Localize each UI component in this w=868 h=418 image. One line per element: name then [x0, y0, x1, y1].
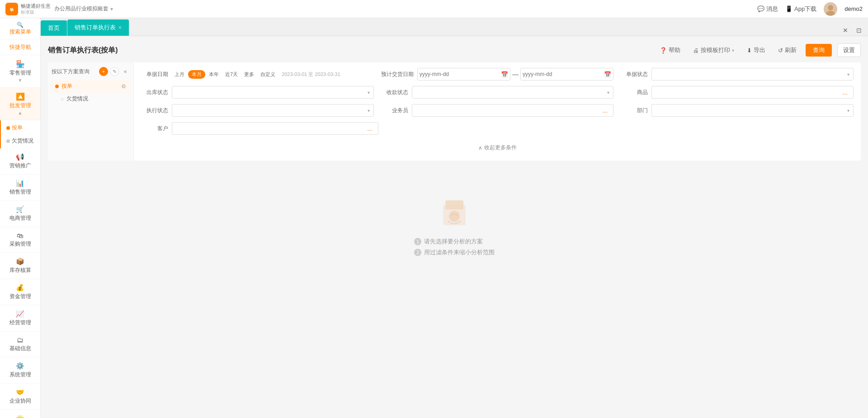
date-tab-last-month[interactable]: 上月	[172, 70, 187, 79]
filter-exec-status: 执行状态 ▾	[141, 104, 374, 117]
expected-date-to-input[interactable]	[523, 71, 604, 77]
salesperson-input-group: ...	[412, 104, 614, 117]
sidebar-item-ecommerce[interactable]: 🛒 电商管理	[0, 201, 40, 227]
page-title: 销售订单执行表(按单)	[48, 46, 118, 55]
goods-label: 商品	[621, 89, 648, 96]
export-button[interactable]: ⬇ 导出	[743, 44, 769, 56]
breadcrumb-arrow-icon[interactable]: ▾	[110, 6, 113, 12]
query-button[interactable]: 查询	[806, 44, 832, 57]
salesperson-input[interactable]: ...	[412, 104, 614, 117]
collapse-more-button[interactable]: ∧ 收起更多条件	[141, 140, 854, 155]
expected-date-from-wrapper: 📅	[417, 68, 510, 81]
inventory-icon: 📦	[16, 257, 24, 266]
filter-doc-date: 单据日期 上月 本月 本年 近7天 更多 自定义	[141, 70, 374, 79]
customer-more-dots[interactable]: ...	[365, 125, 374, 132]
date-tab-more[interactable]: 更多	[241, 70, 257, 79]
exec-status-chevron-icon: ▾	[368, 108, 370, 113]
customer-input[interactable]: ...	[172, 122, 378, 135]
calendar-to-icon[interactable]: 📅	[604, 71, 611, 78]
add-scheme-button[interactable]: +	[99, 67, 108, 76]
sidebar-sub-item-debt[interactable]: 欠货情况	[1, 134, 40, 147]
doc-status-label: 单据状态	[621, 71, 648, 78]
scheme-sub-item-debt[interactable]: ○ 欠货情况	[52, 93, 130, 105]
salesperson-more-dots[interactable]: ...	[601, 107, 610, 114]
sidebar-search[interactable]: 🔍 搜索菜单	[0, 18, 40, 40]
sidebar-item-marketing[interactable]: 📢 营销推广	[0, 148, 40, 175]
payment-status-select[interactable]: ▾	[412, 86, 614, 99]
date-tab-this-year[interactable]: 本年	[206, 70, 222, 79]
tab-home[interactable]: 首页	[41, 20, 67, 36]
collapse-scheme-button[interactable]: «	[121, 67, 130, 76]
date-tab-last7[interactable]: 近7天	[222, 70, 241, 79]
print-icon: 🖨	[693, 47, 699, 54]
sidebar-item-basic[interactable]: 🗂 基础信息	[0, 332, 40, 357]
sidebar-item-retail[interactable]: 🏪 零售管理 ▼	[0, 55, 40, 88]
doc-status-input-group: ▾	[651, 68, 854, 81]
goods-more-dots[interactable]: ...	[840, 89, 849, 96]
sidebar-item-inventory[interactable]: 📦 库存核算	[0, 253, 40, 279]
sidebar-item-operations[interactable]: 📈 经营管理	[0, 305, 40, 332]
department-select[interactable]: ▾	[651, 104, 854, 117]
tab-close-button[interactable]: ✕	[840, 25, 851, 36]
help-button[interactable]: ❓ 帮助	[656, 44, 684, 56]
sidebar-item-system[interactable]: ⚙️ 系统管理	[0, 357, 40, 384]
logo-icon: 畅	[5, 3, 18, 15]
refresh-button[interactable]: ↺ 刷新	[774, 44, 800, 56]
exec-status-select[interactable]: ▾	[172, 104, 374, 117]
tab-restore-button[interactable]: ⊡	[854, 25, 864, 36]
filter-goods: 商品 ...	[621, 86, 854, 99]
settings-button[interactable]: 设置	[837, 43, 861, 57]
sidebar-item-purchase[interactable]: 🛍 采购管理	[0, 227, 40, 253]
delivery-status-chevron-icon: ▾	[368, 90, 370, 95]
filter-expected-date: 预计交货日期 📅 — 📅	[381, 68, 614, 81]
svg-text:畅: 畅	[10, 8, 14, 12]
sidebar-sub-item-order[interactable]: 按单	[1, 121, 40, 134]
goods-input[interactable]: ...	[651, 86, 854, 99]
doc-status-select[interactable]: ▾	[651, 68, 854, 81]
sidebar-item-finance[interactable]: 💰 资金管理	[0, 279, 40, 305]
system-icon: ⚙️	[16, 362, 24, 370]
date-tabs: 上月 本月 本年 近7天 更多 自定义	[172, 70, 278, 79]
filter-doc-status: 单据状态 ▾	[621, 68, 854, 81]
expected-date-from-input[interactable]	[420, 71, 501, 77]
filter-scheme-header: 按以下方案查询 + ✎ «	[52, 67, 130, 76]
logo-area: 畅 畅捷通好生意 标准版	[5, 3, 51, 15]
sidebar-item-newbie[interactable]: 🌟 新手引导	[0, 410, 40, 418]
ecommerce-icon: 🛒	[16, 205, 24, 214]
sidebar-item-wholesale[interactable]: 🔼 批发管理 ▲	[0, 88, 40, 120]
template-print-button[interactable]: 🖨 按模板打印 ▾	[689, 44, 738, 56]
delivery-status-select[interactable]: ▾	[172, 86, 374, 99]
sidebar-item-enterprise[interactable]: 🤝 企业协同	[0, 384, 40, 410]
sidebar-item-sales[interactable]: 📊 销售管理	[0, 175, 40, 201]
tab-sales-exec[interactable]: 销售订单执行表 ×	[67, 19, 129, 36]
download-icon: 📱	[785, 5, 793, 12]
date-tab-this-month[interactable]: 本月	[188, 70, 205, 79]
tab-close-icon[interactable]: ×	[118, 24, 122, 31]
app-download-button[interactable]: 📱 App下载	[785, 5, 816, 13]
filter-panel: 按以下方案查询 + ✎ « 按单 ⚙	[48, 62, 861, 161]
doc-date-label: 单据日期	[141, 71, 168, 78]
filter-delivery-status: 出库状态 ▾	[141, 86, 374, 99]
basic-icon: 🗂	[17, 336, 24, 344]
expected-date-input-group: 📅 — 📅	[417, 68, 614, 81]
scheme-actions: + ✎ «	[99, 67, 130, 76]
date-tab-custom[interactable]: 自定义	[258, 70, 278, 79]
scheme-header-label: 按以下方案查询	[52, 68, 90, 76]
retail-arrow-icon: ▼	[18, 78, 23, 83]
operations-icon: 📈	[16, 310, 24, 318]
payment-status-chevron-icon: ▾	[607, 90, 609, 95]
scheme-gear-icon: ⚙	[121, 83, 126, 90]
top-bar-right: 💬 消息 📱 App下载 demo2	[757, 2, 863, 16]
edit-scheme-button[interactable]: ✎	[110, 67, 119, 76]
top-bar: 畅 畅捷通好生意 标准版 办公用品行业模拟账套 ▾ 💬 消息 📱 App下载 d…	[0, 0, 868, 18]
delivery-status-label: 出库状态	[141, 89, 168, 96]
export-icon: ⬇	[747, 47, 752, 54]
sales-icon: 📊	[16, 179, 24, 187]
calendar-from-icon[interactable]: 📅	[501, 71, 508, 78]
message-button[interactable]: 💬 消息	[757, 5, 778, 13]
message-icon: 💬	[757, 5, 764, 12]
filter-scheme-pane: 按以下方案查询 + ✎ « 按单 ⚙	[48, 62, 134, 161]
sidebar-quick-nav[interactable]: 快捷导航	[0, 40, 40, 55]
scheme-item-order[interactable]: 按单 ⚙	[52, 80, 130, 93]
delivery-status-input-group: ▾	[172, 86, 374, 99]
